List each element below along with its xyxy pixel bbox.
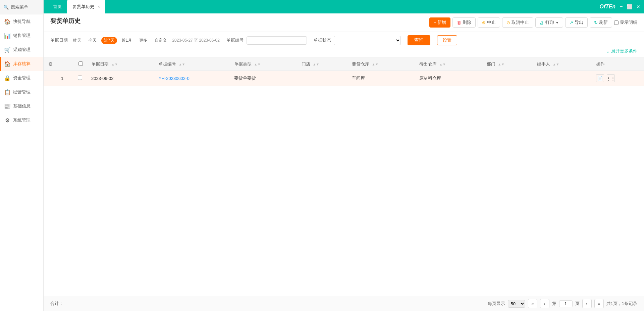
tab-home[interactable]: 首页 bbox=[48, 0, 67, 13]
col-checkbox[interactable] bbox=[74, 58, 87, 71]
status-select[interactable] bbox=[334, 36, 401, 45]
col-index bbox=[57, 58, 74, 71]
total-info: 共1页，1条记录 bbox=[606, 301, 637, 307]
sidebar-item-inventory[interactable]: 🏠 库存核算 bbox=[0, 57, 43, 71]
stop-icon: ⊗ bbox=[482, 20, 486, 25]
cancel-stop-button[interactable]: ⊙ 取消中止 bbox=[502, 17, 533, 28]
shortcut-7days[interactable]: 近7天 bbox=[101, 37, 117, 44]
sort-number-icon: ▲▼ bbox=[178, 63, 185, 66]
sidebar-item-operation[interactable]: 📋 经营管理 bbox=[0, 85, 43, 99]
sort-shop-icon: ▲▼ bbox=[313, 63, 319, 66]
select-all-checkbox[interactable] bbox=[78, 61, 83, 66]
page-size-select[interactable]: 20 50 100 bbox=[508, 300, 525, 308]
sidebar-item-quick-nav[interactable]: 🏠 快捷导航 bbox=[0, 14, 43, 29]
date-filter-group: 单据日期 昨天 今天 近7天 近1月 更多 自定义 2023-05-27 至 2… bbox=[50, 37, 220, 44]
row-action-icons: 📄 ⋮⋮ bbox=[596, 74, 640, 82]
sort-date-icon: ▲▼ bbox=[111, 63, 118, 66]
next-page-btn[interactable]: › bbox=[582, 299, 592, 308]
col-shop[interactable]: 门店 ▲▼ bbox=[298, 58, 348, 71]
export-button[interactable]: ↗ 导出 bbox=[565, 17, 588, 28]
page-title: 要货单历史 bbox=[50, 17, 80, 25]
col-department[interactable]: 部门 ▲▼ bbox=[483, 58, 533, 71]
tab-active[interactable]: 要货单历史 × bbox=[67, 0, 105, 13]
sidebar-item-label: 库存核算 bbox=[13, 61, 31, 67]
sidebar-item-purchase[interactable]: 🛒 采购管理 bbox=[0, 43, 43, 57]
last-page-btn[interactable]: » bbox=[594, 299, 604, 308]
shortcut-more[interactable]: 更多 bbox=[137, 37, 150, 44]
col-type[interactable]: 单据类型 ▲▼ bbox=[230, 58, 298, 71]
column-settings-icon[interactable]: ⚙ bbox=[48, 61, 53, 67]
filter-row-1: 单据日期 昨天 今天 近7天 近1月 更多 自定义 2023-05-27 至 2… bbox=[50, 35, 637, 45]
sidebar-item-label: 快捷导航 bbox=[13, 18, 31, 25]
col-settings[interactable]: ⚙ bbox=[44, 58, 57, 71]
row-date-cell: 2023-06-02 bbox=[87, 71, 155, 86]
tab-close-icon[interactable]: × bbox=[98, 4, 100, 9]
filter-bar: 单据日期 昨天 今天 近7天 近1月 更多 自定义 2023-05-27 至 2… bbox=[44, 32, 644, 58]
sidebar-item-basic[interactable]: 📰 基础信息 bbox=[0, 99, 43, 113]
row-more-icon[interactable]: ⋮⋮ bbox=[607, 74, 615, 82]
col-number[interactable]: 单据编号 ▲▼ bbox=[155, 58, 230, 71]
sidebar-item-label: 基础信息 bbox=[13, 103, 31, 109]
window-close-btn[interactable]: × bbox=[636, 3, 640, 10]
clipboard-icon: 📋 bbox=[4, 89, 10, 95]
col-req-warehouse[interactable]: 要货仓库 ▲▼ bbox=[348, 58, 415, 71]
chart-icon: 📊 bbox=[4, 33, 10, 39]
cancel-stop-icon: ⊙ bbox=[506, 20, 510, 25]
stop-button[interactable]: ⊗ 中止 bbox=[478, 17, 500, 28]
delete-button[interactable]: 🗑 删除 bbox=[452, 17, 476, 28]
window-minimize-btn[interactable]: − bbox=[620, 4, 623, 10]
shortcut-today[interactable]: 今天 bbox=[86, 37, 99, 44]
sidebar-item-finance[interactable]: 🔒 资金管理 bbox=[0, 71, 43, 85]
expand-more-btn[interactable]: ⌄ 展开更多条件 bbox=[606, 48, 637, 54]
sidebar-item-label: 资金管理 bbox=[13, 75, 31, 81]
sidebar-item-label: 经营管理 bbox=[13, 89, 31, 95]
sidebar-item-system[interactable]: ⚙ 系统管理 bbox=[0, 113, 43, 127]
gear-icon: ⚙ bbox=[4, 117, 10, 123]
settings-button[interactable]: 设置 bbox=[437, 35, 457, 45]
sort-handler-icon: ▲▼ bbox=[553, 63, 559, 66]
shortcut-yesterday[interactable]: 昨天 bbox=[70, 37, 84, 44]
home-icon: 🏠 bbox=[4, 18, 10, 25]
table-row: 1 2023-06-02 YH-20230602-0 要货单要货 bbox=[44, 71, 644, 86]
first-page-btn[interactable]: « bbox=[528, 299, 537, 308]
query-button[interactable]: 查询 bbox=[408, 35, 430, 45]
new-button[interactable]: + 新增 bbox=[429, 17, 450, 28]
footer: 合计： 每页显示 20 50 100 « ‹ 第 页 › » 共1页，1条记录 bbox=[44, 296, 644, 311]
sidebar-search[interactable]: 🔍 搜索菜单 bbox=[0, 0, 43, 14]
row-type-cell: 要货单要货 bbox=[230, 71, 298, 86]
print-icon: 🖨 bbox=[540, 20, 544, 25]
col-date[interactable]: 单据日期 ▲▼ bbox=[87, 58, 155, 71]
shortcut-1month[interactable]: 近1月 bbox=[119, 37, 135, 44]
print-button[interactable]: 🖨 打印 ▼ bbox=[535, 17, 563, 28]
row-number-link[interactable]: YH-20230602-0 bbox=[159, 76, 190, 81]
table-header-row: ⚙ 单据日期 ▲▼ 单据编号 ▲▼ bbox=[44, 58, 644, 71]
col-pending-warehouse[interactable]: 待出仓库 ▲▼ bbox=[415, 58, 483, 71]
data-table: ⚙ 单据日期 ▲▼ 单据编号 ▲▼ bbox=[44, 58, 644, 86]
lock-icon: 🔒 bbox=[4, 75, 10, 81]
display-detail-checkbox[interactable] bbox=[614, 20, 619, 25]
row-department-cell bbox=[483, 71, 533, 86]
refresh-icon: ↻ bbox=[594, 20, 598, 25]
main-area: 首页 要货单历史 × OfTEn − ⬜ × 要货单历史 + 新增 🗑 删除 bbox=[44, 0, 644, 311]
row-number-cell[interactable]: YH-20230602-0 bbox=[155, 71, 230, 86]
print-dropdown-icon: ▼ bbox=[555, 21, 559, 25]
sidebar-item-sales[interactable]: 📊 销售管理 bbox=[0, 29, 43, 43]
shortcut-custom[interactable]: 自定义 bbox=[152, 37, 169, 44]
col-handler[interactable]: 经手人 ▲▼ bbox=[533, 58, 592, 71]
window-maximize-btn[interactable]: ⬜ bbox=[627, 4, 632, 9]
prev-page-btn[interactable]: ‹ bbox=[540, 299, 549, 308]
display-detail-label[interactable]: 显示明细 bbox=[614, 19, 637, 26]
refresh-button[interactable]: ↻ 刷新 bbox=[590, 17, 612, 28]
content-wrapper: 要货单历史 + 新增 🗑 删除 ⊗ 中止 ⊙ 取消中止 🖨 打印 bbox=[44, 13, 644, 311]
sidebar-item-label: 销售管理 bbox=[13, 33, 31, 39]
status-label: 单据状态 bbox=[314, 37, 331, 43]
doc-number-input[interactable] bbox=[247, 36, 307, 45]
per-page-label: 每页显示 bbox=[488, 301, 505, 307]
row-handler-cell bbox=[533, 71, 592, 86]
page-toolbar: + 新增 🗑 删除 ⊗ 中止 ⊙ 取消中止 🖨 打印 ▼ bbox=[429, 17, 637, 28]
row-edit-icon[interactable]: 📄 bbox=[596, 74, 604, 82]
row-checkbox-cell[interactable] bbox=[74, 71, 87, 86]
topbar: 首页 要货单历史 × OfTEn − ⬜ × bbox=[44, 0, 644, 13]
row-checkbox[interactable] bbox=[78, 76, 82, 80]
page-number-input[interactable] bbox=[559, 300, 573, 307]
